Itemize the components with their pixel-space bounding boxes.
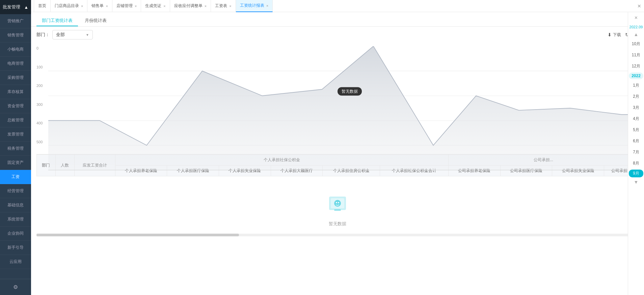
sidebar-item-资金管理[interactable]: 资金管理 [0,99,31,113]
date-panel-item-4月[interactable]: 4月 [629,113,643,124]
y-label-100: 100 [36,65,47,69]
date-panel-up-arrow[interactable]: ▲ [633,30,640,38]
date-panel-item-3月[interactable]: 3月 [629,102,643,113]
sidebar-item-发票管理[interactable]: 发票管理 [0,127,31,142]
svg-rect-11 [334,209,341,211]
sidebar: 批发管理 ▲ 营销推广销售管理小畅电商电商管理采购管理库存核算资金管理总账管理发… [0,0,31,295]
content-area: 部门工资统计表月份统计表 部门： 全部 ▼ ⬇ 下载 ↻ 刷新 [31,12,644,295]
date-panel-item-12月[interactable]: 12月 [629,61,643,72]
tab-close-应收应付调整单[interactable]: × [205,4,207,8]
svg-point-8 [334,200,341,207]
sidebar-item-销售管理[interactable]: 销售管理 [0,28,31,42]
tab-店铺管理[interactable]: 店铺管理× [112,0,141,12]
empty-icon [324,190,351,217]
sidebar-item-采购管理[interactable]: 采购管理 [0,71,31,85]
chart-tooltip: 暂无数据 [338,87,362,96]
sidebar-title: 批发管理 [3,4,20,10]
date-panel-item-7月[interactable]: 7月 [629,147,643,158]
scrollbar-area[interactable] [36,234,639,236]
tab-销售单[interactable]: 销售单× [87,0,112,12]
tab-应收应付调整单[interactable]: 应收应付调整单× [170,0,211,12]
sidebar-item-企业协同[interactable]: 企业协同 [0,227,31,241]
tab-list: 首页门店商品目录×销售单×店铺管理×生成凭证×应收应付调整单×工资表×工资统计报… [34,0,635,12]
sidebar-item-系统管理[interactable]: 系统管理 [0,212,31,227]
download-label: 下载 [613,32,621,38]
tabbar: 首页门店商品目录×销售单×店铺管理×生成凭证×应收应付调整单×工资表×工资统计报… [31,0,644,12]
toolbar: 部门： 全部 ▼ ⬇ 下载 ↻ 刷新 [31,27,644,43]
dept-select-value: 全部 [56,32,65,38]
sidebar-item-经营管理[interactable]: 经营管理 [0,184,31,198]
tab-close-生成凭证[interactable]: × [163,4,165,8]
scrollbar-thumb[interactable] [36,234,239,236]
tab-生成凭证[interactable]: 生成凭证× [141,0,170,12]
tab-close-店铺管理[interactable]: × [135,4,137,8]
tab-close-工资表[interactable]: × [229,4,231,8]
sub-tab-list: 部门工资统计表月份统计表 [36,16,113,26]
main-area: 首页门店商品目录×销售单×店铺管理×生成凭证×应收应付调整单×工资表×工资统计报… [31,0,644,295]
tab-close-工资统计报表[interactable]: × [266,4,268,8]
date-panel-items: 10月11月12月20221月2月3月4月5月6月7月8月9月 [629,38,643,178]
download-icon: ⬇ [608,32,612,37]
empty-svg [324,190,351,217]
tab-工资表[interactable]: 工资表× [211,0,236,12]
date-panel-item-5月[interactable]: 5月 [629,124,643,136]
date-panel-close[interactable]: × [633,12,639,24]
sidebar-item-电商管理[interactable]: 电商管理 [0,57,31,71]
tab-首页[interactable]: 首页 [34,0,51,12]
date-panel-item-2月[interactable]: 2月 [629,91,643,102]
toolbar-left: 部门： 全部 ▼ [36,30,93,39]
download-button[interactable]: ⬇ 下载 [608,32,621,38]
chart-area: 500 400 300 200 100 0 [31,43,644,295]
svg-point-10 [338,202,339,203]
tab-工资统计报表[interactable]: 工资统计报表× [236,0,273,12]
y-label-0: 0 [36,46,47,50]
sidebar-item-营销推广[interactable]: 营销推广 [0,14,31,28]
sidebar-item-小畅电商[interactable]: 小畅电商 [0,42,31,57]
chart-svg [48,46,639,170]
sidebar-items: 营销推广销售管理小畅电商电商管理采购管理库存核算资金管理总账管理发票管理税务管理… [0,14,31,269]
sidebar-header[interactable]: 批发管理 ▲ [0,0,31,14]
sub-tab-月份统计表[interactable]: 月份统计表 [79,16,112,26]
y-label-200: 200 [36,84,47,88]
date-panel: × 2022.09 ▲ 10月11月12月20221月2月3月4月5月6月7月8… [628,12,644,295]
empty-text: 暂无数据 [329,221,346,227]
y-label-400: 400 [36,121,47,125]
sidebar-item-固定资产[interactable]: 固定资产 [0,156,31,170]
date-panel-item-9月[interactable]: 9月 [629,170,643,177]
dept-label: 部门： [36,32,50,38]
date-panel-down-arrow[interactable]: ▼ [633,178,640,186]
sidebar-item-云应用[interactable]: 云应用 [0,255,31,269]
chart-container: 500 400 300 200 100 0 [36,46,639,154]
tab-close-门店商品目录[interactable]: × [81,4,83,8]
sidebar-footer: ⚙ [0,279,31,295]
date-panel-item-10月[interactable]: 10月 [629,38,643,50]
tab-门店商品目录[interactable]: 门店商品目录× [51,0,87,12]
date-panel-item-8月[interactable]: 8月 [629,158,643,169]
date-panel-item-6月[interactable]: 6月 [629,136,643,147]
sidebar-item-工资[interactable]: 工资 [0,170,31,184]
sidebar-item-库存核算[interactable]: 库存核算 [0,85,31,99]
chevron-down-icon: ▼ [86,33,89,37]
window-close-icon[interactable]: ✕ [637,3,641,9]
gear-icon[interactable]: ⚙ [13,284,18,290]
date-panel-current[interactable]: 2022.09 [629,24,644,30]
sidebar-item-总账管理[interactable]: 总账管理 [0,113,31,127]
sidebar-item-新手引导[interactable]: 新手引导 [0,241,31,255]
chart-y-labels: 500 400 300 200 100 0 [36,46,48,144]
tab-close-销售单[interactable]: × [106,4,108,8]
date-panel-item-2022[interactable]: 2022 [629,72,643,79]
sidebar-item-税务管理[interactable]: 税务管理 [0,142,31,156]
date-panel-item-11月[interactable]: 11月 [629,50,643,61]
sub-tab-部门工资统计表[interactable]: 部门工资统计表 [36,16,78,26]
dept-select[interactable]: 全部 ▼ [52,30,93,39]
date-panel-item-1月[interactable]: 1月 [629,80,643,91]
svg-point-9 [336,202,337,203]
empty-area: 暂无数据 [36,176,639,234]
sub-tabs: 部门工资统计表月份统计表 [31,12,644,27]
y-label-300: 300 [36,102,47,107]
svg-marker-5 [48,46,639,170]
y-label-500: 500 [36,140,47,144]
sidebar-arrow-icon: ▲ [24,5,28,10]
sidebar-item-基础信息[interactable]: 基础信息 [0,198,31,212]
